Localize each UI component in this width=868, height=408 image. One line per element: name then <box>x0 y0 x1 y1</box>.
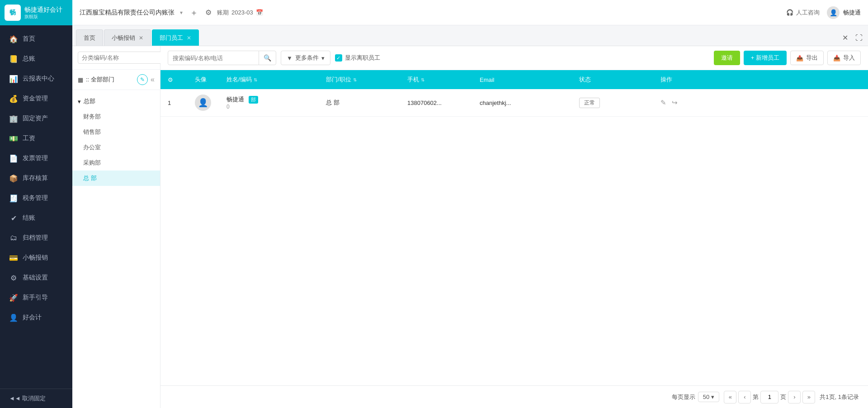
add-employee-button[interactable]: + 新增员工 <box>744 51 787 65</box>
sidebar-item-helper[interactable]: 👤 好会计 <box>0 308 72 327</box>
employee-code: 0 <box>226 104 311 110</box>
row-avatar: 👤 <box>188 89 219 117</box>
payroll-icon: 💵 <box>9 134 18 143</box>
ledger-icon: 📒 <box>9 54 18 63</box>
dept-tree: ▾ 总部 财务部 销售部 办公室 采购部 总 部 <box>72 90 160 408</box>
dept-item-purchasing[interactable]: 采购部 <box>72 155 160 171</box>
more-filter-button[interactable]: ▼ 更多条件 ▾ <box>281 51 330 65</box>
logout-icon[interactable]: ↪ <box>672 99 678 107</box>
period-selector[interactable]: 账期 2023-03 📅 <box>217 9 263 17</box>
sidebar-item-settings[interactable]: ⚙ 基础设置 <box>0 268 72 288</box>
page-suffix: 页 <box>780 393 786 401</box>
sidebar-item-invoice[interactable]: 📄 发票管理 <box>0 148 72 168</box>
th-dept-label: 部门/职位 <box>326 76 351 84</box>
sidebar: 畅 畅捷通好会计 旗舰版 🏠 首页 📒 总账 📊 云报表中心 💰 资金管理 🏢 … <box>0 0 72 408</box>
right-panel: 🔍 ▼ 更多条件 ▾ ✓ 显示离职员工 邀请 + 新增员工 <box>160 46 868 408</box>
all-dept-button[interactable]: ▦ :: 全部部门 <box>78 76 114 84</box>
dept-search-input[interactable] <box>78 52 162 64</box>
dept-item-sales[interactable]: 销售部 <box>72 124 160 140</box>
import-button[interactable]: 📥 导入 <box>827 51 861 65</box>
import-icon: 📥 <box>833 55 840 62</box>
th-gear[interactable]: ⚙ <box>160 70 188 89</box>
dept-edit-icon[interactable]: ✎ <box>137 74 148 85</box>
sidebar-item-closing[interactable]: ✔ 结账 <box>0 208 72 228</box>
employee-search-box: 🔍 <box>168 51 276 65</box>
home-icon: 🏠 <box>9 34 18 43</box>
dept-purchasing-label: 采购部 <box>83 159 101 166</box>
dept-item-headquarters[interactable]: 总 部 <box>72 171 160 186</box>
page-number-input[interactable] <box>760 391 778 403</box>
sidebar-item-assets[interactable]: 🏢 固定资产 <box>0 109 72 128</box>
calendar-icon: 📅 <box>256 9 263 16</box>
sidebar-item-ledger[interactable]: 📒 总账 <box>0 49 72 69</box>
sidebar-item-reports[interactable]: 📊 云报表中心 <box>0 69 72 89</box>
sidebar-item-expense[interactable]: 💳 小畅报销 <box>0 248 72 268</box>
invite-button[interactable]: 邀请 <box>714 51 740 65</box>
logo-subtitle: 旗舰版 <box>24 14 62 20</box>
add-company-icon[interactable]: ＋ <box>188 7 200 18</box>
page-first-button[interactable]: « <box>724 391 736 403</box>
sidebar-item-archive[interactable]: 🗂 归档管理 <box>0 228 72 248</box>
tab-expand-icon[interactable]: ⛶ <box>854 32 864 44</box>
sidebar-item-tax[interactable]: 🧾 税务管理 <box>0 188 72 208</box>
dept-item-finance[interactable]: 财务部 <box>72 109 160 124</box>
all-dept-label: :: 全部部门 <box>86 76 114 84</box>
th-phone[interactable]: 手机 ⇅ <box>400 70 472 89</box>
sidebar-item-label: 好会计 <box>23 313 42 322</box>
tab-home-label: 首页 <box>84 34 95 42</box>
sidebar-item-guide[interactable]: 🚀 新手引导 <box>0 288 72 308</box>
employee-name: 畅捷通 <box>226 95 244 104</box>
page-prev-button[interactable]: ‹ <box>738 391 751 403</box>
dept-item-office[interactable]: 办公室 <box>72 140 160 155</box>
period-value: 2023-03 <box>231 9 253 16</box>
tab-expense[interactable]: 小畅报销 ✕ <box>104 29 151 46</box>
helper-icon: 👤 <box>9 313 18 322</box>
total-records-label: 共1页, 1条记录 <box>820 393 859 401</box>
toolbar-right: 邀请 + 新增员工 📤 导出 📥 导入 <box>714 51 861 65</box>
topbar-right: 🎧 人工咨询 👤 畅捷通 <box>786 6 861 19</box>
tab-expense-close[interactable]: ✕ <box>139 35 143 41</box>
guide-icon: 🚀 <box>9 293 18 302</box>
sidebar-item-label: 总账 <box>23 55 35 63</box>
company-settings-icon[interactable]: ⚙ <box>205 8 212 17</box>
sidebar-item-payroll[interactable]: 💵 工资 <box>0 128 72 148</box>
tab-close-icon[interactable]: ✕ <box>840 32 850 44</box>
employee-search-input[interactable] <box>168 55 259 62</box>
tab-home[interactable]: 首页 <box>76 29 103 46</box>
page-next-button[interactable]: › <box>788 391 801 403</box>
th-avatar-label: 头像 <box>195 76 207 83</box>
row-status: 正常 <box>572 89 653 117</box>
user-name: 畅捷通 <box>843 9 861 17</box>
company-dropdown-icon[interactable]: ▾ <box>180 9 183 16</box>
th-name-code[interactable]: 姓名/编码 ⇅ <box>219 70 319 89</box>
sidebar-unpin-button[interactable]: ◄◄ 取消固定 <box>0 389 72 408</box>
settings-icon: ⚙ <box>9 273 18 282</box>
content-area: 🔍 ▦ :: 全部部门 ✎ « ▾ 总部 财务部 <box>72 46 868 408</box>
dept-item-general[interactable]: ▾ 总部 <box>72 94 160 109</box>
sidebar-item-label: 新手引导 <box>23 294 48 302</box>
support-label: 人工咨询 <box>796 9 820 17</box>
inventory-icon: 📦 <box>9 174 18 183</box>
support-button[interactable]: 🎧 人工咨询 <box>786 9 820 17</box>
page-last-button[interactable]: » <box>802 391 815 403</box>
sidebar-item-funds[interactable]: 💰 资金管理 <box>0 89 72 109</box>
tab-dept-close[interactable]: ✕ <box>187 35 191 41</box>
th-dept-position[interactable]: 部门/职位 ⇅ <box>319 70 400 89</box>
sidebar-item-label: 固定资产 <box>23 114 48 123</box>
dept-collapse-icon[interactable]: « <box>151 76 155 84</box>
show-resigned-checkbox[interactable]: ✓ 显示离职员工 <box>335 54 380 62</box>
sidebar-unpin-label: ◄◄ 取消固定 <box>9 394 46 403</box>
user-menu[interactable]: 👤 畅捷通 <box>827 6 861 19</box>
sidebar-item-home[interactable]: 🏠 首页 <box>0 29 72 49</box>
dept-office-label: 办公室 <box>83 144 101 151</box>
edit-icon[interactable]: ✎ <box>660 99 666 107</box>
tab-dept-staff[interactable]: 部门员工 ✕ <box>152 29 199 46</box>
page-navigation: « ‹ 第 页 › » <box>724 391 815 403</box>
employee-search-button[interactable]: 🔍 <box>259 51 276 65</box>
sidebar-item-label: 首页 <box>23 35 35 43</box>
per-page-label: 每页显示 <box>672 393 695 401</box>
sidebar-item-inventory[interactable]: 📦 库存核算 <box>0 168 72 188</box>
export-button[interactable]: 📤 导出 <box>790 51 824 65</box>
dept-panel: 🔍 ▦ :: 全部部门 ✎ « ▾ 总部 财务部 <box>72 46 160 408</box>
page-size-dropdown[interactable]: 50 ▾ <box>698 392 719 402</box>
